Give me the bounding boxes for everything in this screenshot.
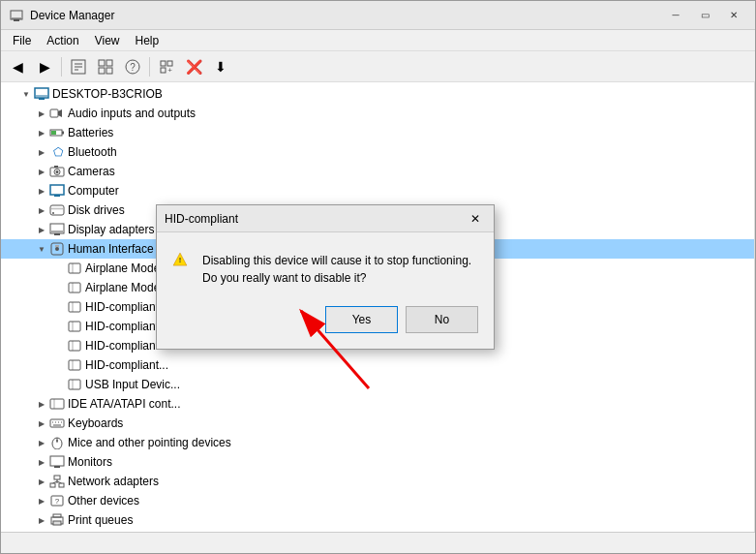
dialog-title-bar: HID-compliant ✕ <box>157 205 494 232</box>
dialog-title: HID-compliant <box>165 212 465 226</box>
hid-dialog: HID-compliant ✕ ! Disabling this device … <box>156 204 495 350</box>
warning-icon: ! <box>172 252 188 267</box>
dialog-message: Disabling this device will cause it to s… <box>202 252 478 287</box>
dialog-buttons: Yes No <box>157 302 494 349</box>
dialog-yes-button[interactable]: Yes <box>325 306 398 333</box>
dialog-overlay: HID-compliant ✕ ! Disabling this device … <box>1 1 755 553</box>
dialog-close-button[interactable]: ✕ <box>465 209 486 229</box>
dialog-body: ! Disabling this device will cause it to… <box>157 232 494 302</box>
main-window: Device Manager ─ ▭ ✕ File Action View He… <box>0 0 756 554</box>
svg-text:!: ! <box>179 256 182 264</box>
dialog-no-button[interactable]: No <box>406 306 478 333</box>
